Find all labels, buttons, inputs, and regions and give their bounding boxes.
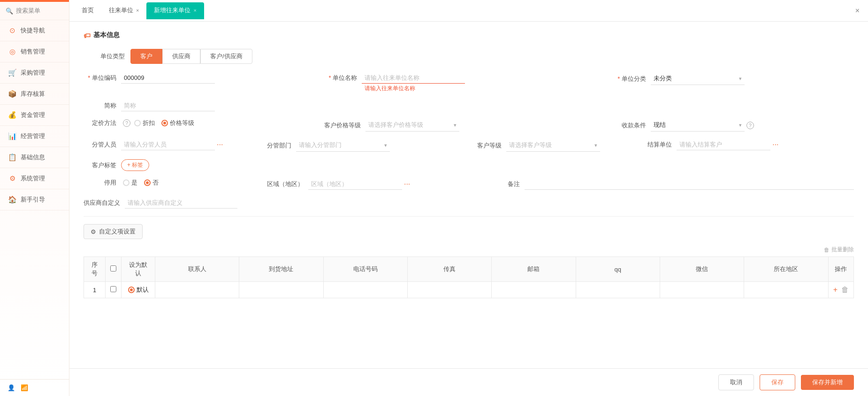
radio-discount-label: 折扣 [143, 119, 155, 127]
field-disable: 停用 是 否 [84, 179, 267, 187]
manager-input[interactable] [121, 139, 215, 150]
sidebar-item-inventory[interactable]: 📦 库存核算 [0, 84, 69, 105]
sidebar-item-label: 新手引导 [21, 195, 45, 204]
customer-level-chevron-icon: ▾ [594, 142, 597, 148]
tab-new-partner[interactable]: 新增往来单位 × [146, 2, 204, 19]
radio-price-level[interactable]: 价格等级 [161, 119, 194, 127]
manager-more-btn[interactable]: ··· [215, 140, 225, 149]
supplier-custom-input[interactable] [125, 197, 237, 209]
row-contact-input[interactable] [160, 287, 234, 294]
remark-input[interactable] [525, 179, 854, 190]
row-delete-btn[interactable]: 🗑 [841, 286, 849, 294]
pricing-help-icon[interactable]: ? [123, 119, 130, 127]
sidebar-search[interactable]: 🔍 搜索菜单 [0, 2, 69, 20]
tab-bar-close-all[interactable]: × [852, 5, 863, 17]
row-default-radio[interactable] [128, 287, 135, 293]
region-input[interactable] [308, 179, 402, 190]
row-no: 1 [84, 282, 106, 298]
unit-type-customer-btn[interactable]: 客户 [130, 49, 162, 64]
customer-price-level-select[interactable]: 请选择客户价格等级 ▾ [365, 119, 459, 132]
tab-home[interactable]: 首页 [74, 2, 101, 19]
category-label: 单位分类 [613, 75, 651, 83]
basic-info-icon: 📋 [8, 153, 17, 162]
th-checkbox [106, 257, 122, 282]
field-settlement: 结算单位 ··· [644, 139, 854, 150]
radio-disable-yes[interactable]: 是 [123, 179, 137, 187]
category-select[interactable]: 未分类 ▾ [651, 72, 745, 85]
row-checkbox-input[interactable] [110, 286, 116, 292]
sidebar-bottom-icon1[interactable]: 👤 [8, 384, 15, 391]
tab-home-label: 首页 [82, 6, 94, 15]
main-content: 首页 往来单位 × 新增往来单位 × × 🏷 基本信息 单位类型 客户 供应商 … [69, 0, 868, 396]
row-add-btn[interactable]: + [833, 286, 838, 294]
shortname-input[interactable] [121, 100, 215, 111]
row-qq-input[interactable] [581, 287, 655, 294]
settlement-input[interactable] [677, 139, 770, 150]
row-fax-input[interactable] [412, 287, 487, 294]
sidebar-item-finance[interactable]: 💰 资金管理 [0, 105, 69, 126]
unit-type-label: 单位类型 [84, 52, 130, 61]
radio-disable-no-label: 否 [152, 179, 159, 187]
quick-nav-icon: ⊙ [8, 26, 17, 35]
customer-price-level-chevron-icon: ▾ [454, 122, 457, 128]
tab-partners[interactable]: 往来单位 × [101, 2, 146, 19]
code-input[interactable] [121, 72, 215, 84]
sidebar-item-guide[interactable]: 🏠 新手引导 [0, 189, 69, 210]
name-error-text: 请输入往来单位名称 [365, 85, 415, 93]
radio-disable-no[interactable]: 否 [144, 179, 159, 187]
name-input[interactable] [362, 72, 465, 84]
department-select[interactable]: 请输入分管部门 ▾ [296, 139, 390, 152]
settlement-more-btn[interactable]: ··· [770, 140, 780, 149]
add-tag-btn[interactable]: + 标签 [121, 159, 149, 171]
tab-partners-close[interactable]: × [136, 8, 139, 13]
sidebar-item-label: 快捷导航 [21, 26, 45, 35]
payment-select[interactable]: 现结 ▾ [651, 119, 745, 132]
finance-icon: 💰 [8, 110, 17, 120]
th-email: 邮箱 [492, 257, 576, 282]
sidebar-item-system[interactable]: ⚙ 系统管理 [0, 168, 69, 189]
region-more-btn[interactable]: ··· [402, 180, 412, 188]
batch-delete-row: 🗑 批量删除 [84, 246, 854, 254]
save-new-button[interactable]: 保存并新增 [801, 375, 854, 390]
sidebar-item-purchase[interactable]: 🛒 采购管理 [0, 62, 69, 84]
section-title-text: 基本信息 [93, 31, 120, 39]
sidebar-bottom: 👤 📶 [0, 379, 69, 396]
row-wechat-input[interactable] [665, 287, 739, 294]
custom-settings-btn[interactable]: ⚙ 自定义项设置 [84, 224, 143, 239]
batch-delete-icon: 🗑 [824, 247, 830, 253]
category-value: 未分类 [654, 74, 737, 83]
row-qq [576, 282, 660, 298]
sidebar-item-sales[interactable]: ◎ 销售管理 [0, 41, 69, 62]
row-phone-input[interactable] [328, 287, 403, 294]
radio-discount[interactable]: 折扣 [134, 119, 155, 127]
sidebar-item-quick-nav[interactable]: ⊙ 快捷导航 [0, 20, 69, 41]
form-row-shortname: 简称 [84, 100, 854, 111]
unit-type-supplier-btn[interactable]: 供应商 [162, 49, 200, 64]
th-checkbox-input[interactable] [110, 265, 116, 272]
action-bar: 取消 保存 保存并新增 [69, 368, 868, 396]
row-email-input[interactable] [496, 287, 571, 294]
row-address-input[interactable] [244, 287, 318, 294]
payment-help-icon[interactable]: ? [746, 122, 754, 129]
save-button[interactable]: 保存 [760, 374, 795, 390]
th-qq: qq [576, 257, 660, 282]
sidebar-item-operations[interactable]: 📊 经营管理 [0, 126, 69, 147]
th-default: 设为默认 [122, 257, 155, 282]
customer-level-select[interactable]: 请选择客户等级 ▾ [506, 139, 600, 152]
cancel-button[interactable]: 取消 [718, 374, 754, 390]
system-icon: ⚙ [8, 174, 17, 183]
form-area: 🏷 基本信息 单位类型 客户 供应商 客户/供应商 单位编码 单位名称 请输 [69, 22, 868, 368]
row-area-input[interactable] [749, 287, 823, 294]
sidebar-item-basic-info[interactable]: 📋 基础信息 [0, 147, 69, 168]
payment-chevron-icon: ▾ [739, 122, 742, 128]
row-phone [323, 282, 407, 298]
sidebar: 🔍 搜索菜单 ⊙ 快捷导航 ◎ 销售管理 🛒 采购管理 📦 库存核算 💰 资金管… [0, 0, 69, 396]
row-actions: + 🗑 [828, 282, 853, 298]
sidebar-item-label: 系统管理 [21, 174, 45, 183]
pricing-label: 定价方法 [84, 119, 121, 127]
tab-new-partner-close[interactable]: × [193, 8, 196, 13]
unit-type-both-btn[interactable]: 客户/供应商 [200, 49, 252, 64]
batch-delete-label[interactable]: 批量删除 [831, 246, 854, 254]
sidebar-bottom-icon2[interactable]: 📶 [21, 384, 28, 391]
gear-icon: ⚙ [91, 228, 96, 235]
